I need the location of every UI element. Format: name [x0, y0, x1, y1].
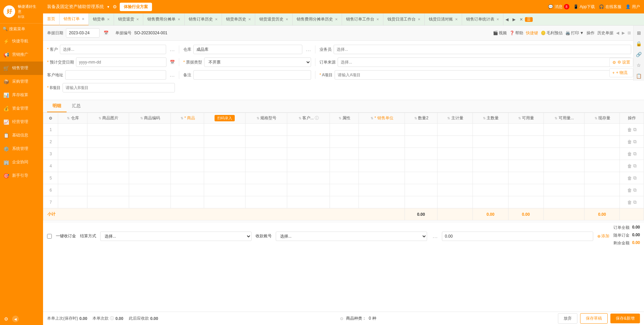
tab-prev-btn[interactable]: ◀ [503, 17, 510, 22]
spec-sort-icon[interactable]: ⇅ [257, 116, 259, 120]
payment-method-select[interactable]: 选择... [100, 232, 252, 241]
settings-bottom-icon[interactable]: ⚙ [3, 316, 9, 322]
tab-reconcile[interactable]: 钱货日清对账 ✕ [425, 13, 462, 26]
unit-sort-icon[interactable]: ⇅ [371, 116, 373, 120]
qty2-sort-icon[interactable]: ⇅ [414, 116, 417, 120]
sidebar-item-purchase[interactable]: 📦 采购管理 [0, 75, 43, 88]
print-link[interactable]: 🖨️ 打印 ▼ [565, 30, 584, 36]
quick-checkout-checkbox[interactable] [47, 234, 52, 239]
add-payment-btn[interactable]: ⊕ 添加 [597, 233, 609, 239]
calendar-icon[interactable]: 📅 [104, 31, 109, 35]
scan-btn[interactable]: 扫码录入 [215, 115, 235, 121]
tab-close-reconcile[interactable]: ✕ [455, 17, 458, 21]
profit-link[interactable]: 🪙 毛利预估 [541, 30, 563, 36]
right-panel-btn-2[interactable]: 🔒 [634, 39, 644, 48]
tab-sales-order[interactable]: 销售订单 ✕ [60, 13, 89, 26]
tab-close-sales-order[interactable]: ✕ [82, 17, 84, 21]
date-input[interactable] [66, 28, 100, 38]
nav-left-btn[interactable]: ◀ [616, 31, 619, 35]
right-panel-btn-3[interactable]: 🔗 [634, 50, 644, 59]
sidebar-collapse-btn[interactable]: ◀ [12, 316, 19, 322]
history-link[interactable]: 历史单据 [597, 30, 613, 36]
shortcut-link[interactable]: 快捷键 [526, 30, 538, 36]
tab-sales-fee[interactable]: 销售费用分摊单 ✕ [143, 13, 185, 26]
online-service-btn[interactable]: 🎧 在线客服 [599, 4, 621, 10]
right-panel-btn-4[interactable]: ☆ [634, 60, 644, 70]
main-qty-sort-icon[interactable]: ⇅ [483, 116, 486, 120]
print-chevron[interactable]: ▼ [580, 31, 584, 35]
tab-return-history[interactable]: 销货退货历史 ✕ [255, 13, 293, 26]
customer-code-sort-icon[interactable]: ⇅ [299, 116, 301, 120]
row-delete-btn[interactable]: 🗑 [627, 151, 632, 157]
notes-input[interactable] [193, 70, 311, 80]
row-delete-btn[interactable]: 🗑 [627, 139, 632, 145]
tab-home[interactable]: 首页 [43, 13, 60, 26]
add-logistics-btn[interactable]: + + 物流 [609, 68, 633, 77]
help-link[interactable]: ❓ 帮助 [509, 30, 523, 36]
row-delete-btn[interactable]: 🗑 [627, 188, 632, 193]
tab-sales-return[interactable]: 销货退货 ✕ [114, 13, 143, 26]
sidebar-item-basicinfo[interactable]: 📋 基础信息 [0, 129, 43, 142]
setup-btn[interactable]: ⚙ ⚙ 设置 [609, 58, 633, 67]
row-copy-btn[interactable]: ⧉ [633, 187, 637, 193]
row-delete-btn[interactable]: 🗑 [627, 127, 632, 132]
tab-close-all-btn[interactable]: ✕ [518, 17, 525, 22]
right-panel-btn-5[interactable]: 📋 [634, 71, 644, 81]
tab-close-workbench[interactable]: ✕ [376, 17, 379, 21]
tab-close-statistics[interactable]: ✕ [496, 17, 499, 21]
tab-menu-btn[interactable]: ☰ [525, 17, 533, 22]
account-more-btn[interactable]: … [432, 233, 438, 239]
current-sort-icon[interactable]: ⇅ [595, 116, 597, 120]
sidebar-search[interactable]: 🔍 搜索菜单 [0, 24, 43, 35]
tab-fee-history[interactable]: 销售费用分摊单历史 ✕ [293, 13, 342, 26]
tab-goods-history[interactable]: 销货单历史 ✕ [222, 13, 255, 26]
available2-sort-icon[interactable]: ⇅ [555, 116, 557, 120]
address-more-btn[interactable]: … [169, 72, 175, 78]
row-copy-btn[interactable]: ⧉ [633, 127, 637, 132]
settings-icon[interactable]: ⚙ [113, 4, 117, 9]
tab-close-sales-return[interactable]: ✕ [136, 17, 139, 21]
tab-statistics[interactable]: 销售订单统计表 ✕ [462, 13, 503, 26]
sidebar-item-sales[interactable]: 🛒 销售管理 [0, 62, 43, 75]
tab-daily-clear[interactable]: 钱货日清工作台 ✕ [383, 13, 425, 26]
order-source-input[interactable] [338, 57, 631, 67]
code-sort-icon[interactable]: ⇅ [140, 116, 143, 120]
row-delete-btn[interactable]: 🗑 [627, 200, 632, 205]
tab-close-sales-goods[interactable]: ✕ [107, 17, 110, 21]
invoice-type-select[interactable]: 不开票 [204, 57, 311, 67]
account-select[interactable]: 选择... [276, 232, 427, 241]
col-settings[interactable]: ⚙ [43, 113, 58, 124]
app-title-chevron[interactable]: ▼ [107, 5, 110, 9]
row-delete-btn[interactable]: 🗑 [627, 163, 632, 169]
image-sort-icon[interactable]: ⇅ [99, 116, 101, 120]
grid-view-btn[interactable]: ⊞ [628, 31, 631, 35]
sidebar-item-newbie[interactable]: 🎯 新手引导 [0, 169, 43, 182]
user-menu-btn[interactable]: 👤 用户 [626, 4, 640, 10]
messages-btn[interactable]: 💬 消息 8 [548, 4, 569, 10]
tab-close-return-history[interactable]: ✕ [286, 17, 288, 21]
customer-more-btn[interactable]: … [169, 46, 175, 52]
tab-close-daily-clear[interactable]: ✕ [418, 17, 420, 21]
industry-btn[interactable]: 体验行业方案 [120, 3, 152, 11]
b-project-input[interactable] [63, 83, 175, 92]
tab-workbench[interactable]: 销售订单工作台 ✕ [342, 13, 383, 26]
tab-sales-history[interactable]: 销售订单历史 ✕ [185, 13, 222, 26]
draft-btn[interactable]: 保存草稿 [580, 313, 608, 324]
payment-amount[interactable] [442, 232, 593, 241]
row-copy-btn[interactable]: ⧉ [633, 199, 637, 205]
row-copy-btn[interactable]: ⧉ [633, 175, 637, 181]
right-panel-btn-1[interactable]: ⊞ [634, 28, 644, 38]
main-unit-sort-icon[interactable]: ⇅ [447, 116, 450, 120]
salesperson-input[interactable] [334, 45, 631, 54]
available-sort-icon[interactable]: ⇅ [518, 116, 521, 120]
row-copy-btn[interactable]: ⧉ [633, 139, 637, 145]
delivery-calendar-icon[interactable]: 📅 [170, 60, 175, 65]
sidebar-item-enterprise[interactable]: 🏢 企业协同 [0, 156, 43, 169]
a-project-input[interactable] [335, 70, 640, 80]
delivery-date-input[interactable] [76, 57, 166, 67]
tab-close-fee-history[interactable]: ✕ [335, 17, 338, 21]
app-download-btn[interactable]: 📱 App下载 [573, 4, 595, 10]
tab-close-goods-history[interactable]: ✕ [248, 17, 251, 21]
warehouse-more-btn[interactable]: … [306, 46, 311, 52]
tab-next-btn[interactable]: ▶ [510, 17, 518, 22]
